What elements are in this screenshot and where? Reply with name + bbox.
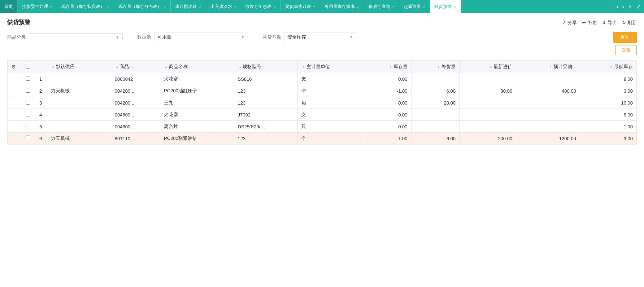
tab-close-all-button[interactable]: × — [627, 3, 634, 10]
main-content: 缺货预警 ↗ 分享 ☰ 补货 ⇓ 导出 ↻ 刷新 商品分类 — [0, 13, 644, 287]
row-no-cell: 3 — [34, 97, 47, 109]
tab-goods-order-stats[interactable]: 要货单统计表 × — [281, 0, 320, 13]
row-checkbox[interactable] — [26, 124, 30, 128]
tab-close-icon[interactable]: × — [357, 4, 359, 9]
tab-stock-distribution[interactable]: 现存量（库存分布表） × — [114, 0, 171, 13]
tab-available-ledger[interactable]: 可用量库存账本 × — [320, 0, 364, 13]
tab-receipt-summary[interactable]: 收发存汇总表 × — [241, 0, 280, 13]
row-checkbox[interactable] — [26, 112, 30, 116]
tab-overstock-warning[interactable]: 超储预警 × — [399, 0, 430, 13]
share-button[interactable]: ↗ 分享 — [562, 19, 577, 26]
row-spec-cell: 123 — [234, 85, 298, 97]
select-all-checkbox[interactable] — [26, 64, 30, 69]
row-checkbox[interactable] — [26, 88, 30, 93]
tab-close-icon[interactable]: × — [274, 4, 276, 9]
row-checkbox[interactable] — [26, 100, 30, 105]
row-spec-cell: DS250*23c... — [234, 121, 298, 133]
tab-close-icon[interactable]: × — [199, 4, 201, 9]
col-spec-header: ⇕ 规格型号 — [234, 61, 298, 73]
row-unit-cell: 支 — [298, 109, 363, 121]
tab-close-icon[interactable]: × — [454, 4, 456, 9]
settings-button[interactable]: 设置 — [615, 45, 637, 55]
row-stock-cell: 0.00 — [363, 73, 411, 85]
row-min-stock-cell: 8.00 — [580, 73, 636, 85]
row-no-cell: 2 — [34, 85, 47, 97]
row-latest-price-cell: 80.00 — [460, 85, 516, 97]
row-product-name-cell: 三九 — [160, 97, 234, 109]
row-latest-price-cell — [460, 73, 516, 85]
table-row: 6 力天机械 801110... PC200张紧油缸 123 个 -1.00 6… — [8, 133, 637, 145]
table-row: 3 004200... 三九 123 箱 0.00 20.00 10.00 — [8, 97, 637, 109]
col-settings: ⚙ — [8, 61, 22, 73]
tab-close-icon[interactable]: × — [234, 4, 236, 9]
supplement-base-select[interactable]: 安全库存 ▼ — [284, 32, 356, 42]
row-checkbox[interactable] — [26, 76, 30, 81]
row-supplement-cell: 6.00 — [411, 133, 459, 145]
category-select[interactable]: ▼ — [29, 33, 123, 41]
header-actions: ↗ 分享 ☰ 补货 ⇓ 导出 ↻ 刷新 — [562, 19, 637, 26]
tab-expiry-query[interactable]: 保质期查询 × — [364, 0, 399, 13]
export-button[interactable]: ⇓ 导出 — [602, 19, 617, 26]
row-stock-cell: 0.00 — [363, 109, 411, 121]
row-unit-cell: 只 — [298, 121, 363, 133]
datasource-select-value: 可用量 — [157, 34, 241, 40]
tab-close-icon[interactable]: × — [50, 4, 52, 9]
tab-shortage-warning[interactable]: 缺货预警 × — [430, 0, 461, 13]
row-checkbox[interactable] — [26, 136, 30, 140]
tab-fullscreen-button[interactable]: ⤢ — [634, 3, 643, 10]
refresh-button[interactable]: ↻ 刷新 — [622, 19, 637, 26]
row-supplement-cell — [411, 121, 459, 133]
row-estimated-purchase-cell — [516, 109, 580, 121]
col-unit-header: ⇕ 主计量单位 — [298, 61, 363, 73]
row-product-code-cell: 801110... — [111, 133, 160, 145]
row-product-code-cell: 004600... — [111, 109, 160, 121]
tab-inout-flow[interactable]: 出入库流水 × — [206, 0, 241, 13]
col-default-supplier-header: ⇕ 默认供应... — [47, 61, 111, 73]
tab-close-icon[interactable]: × — [107, 4, 109, 9]
category-chevron-icon: ▼ — [116, 35, 119, 39]
tab-home[interactable]: 首页 — [0, 0, 18, 13]
row-latest-price-cell — [460, 97, 516, 109]
row-supplement-cell — [411, 109, 459, 121]
datasource-select[interactable]: 可用量 ▼ — [154, 32, 248, 42]
datasource-filter-group: 数据源 可用量 ▼ — [137, 32, 248, 42]
supplement-base-filter-group: 补货基数 安全库存 ▼ — [262, 32, 356, 42]
tab-close-icon[interactable]: × — [313, 4, 316, 9]
tab-picking-exception[interactable]: 拣货异常处理 × — [18, 0, 57, 13]
tab-batch-account[interactable]: 库存批次账 × — [171, 0, 206, 13]
tab-nav-buttons: ‹ › × ⤢ — [614, 3, 644, 10]
row-checkbox-cell[interactable] — [22, 133, 34, 145]
row-checkbox-cell[interactable] — [22, 109, 34, 121]
row-supplement-cell: 6.00 — [411, 85, 459, 97]
tab-close-icon[interactable]: × — [392, 4, 395, 9]
table-row: 1 0000042 火花塞 SS816 支 0.00 8.00 — [8, 73, 637, 85]
query-button[interactable]: 查询 — [613, 32, 637, 43]
row-checkbox-cell[interactable] — [22, 121, 34, 133]
row-checkbox-cell[interactable] — [22, 85, 34, 97]
tab-close-icon[interactable]: × — [423, 4, 425, 9]
row-spec-cell: 123 — [234, 133, 298, 145]
row-estimated-purchase-cell — [516, 121, 580, 133]
tab-close-icon[interactable]: × — [164, 4, 166, 9]
supplement-button[interactable]: ☰ 补货 — [582, 19, 597, 26]
tab-next-button[interactable]: › — [621, 3, 627, 10]
tab-prev-button[interactable]: ‹ — [614, 3, 621, 10]
row-latest-price-cell: 200.00 — [460, 133, 516, 145]
table-gear-icon[interactable]: ⚙ — [11, 64, 16, 70]
row-spec-cell: 123 — [234, 97, 298, 109]
sort-icon: ⇕ — [549, 65, 552, 69]
supplement-base-chevron-icon: ▼ — [349, 35, 353, 39]
row-supplement-cell: 20.00 — [411, 97, 459, 109]
row-min-stock-cell: 10.00 — [580, 97, 636, 109]
col-no-header — [34, 61, 47, 73]
row-no-cell: 5 — [34, 121, 47, 133]
row-estimated-purchase-cell: 480.00 — [516, 85, 580, 97]
row-product-code-cell: 0000042 — [111, 73, 160, 85]
row-latest-price-cell — [460, 109, 516, 121]
export-icon: ⇓ — [602, 20, 606, 25]
row-checkbox-cell[interactable] — [22, 97, 34, 109]
col-supplement-header: ⇕ 补货量 — [411, 61, 459, 73]
col-product-name-header: ⇕ 商品名称 — [160, 61, 234, 73]
tab-stock-status[interactable]: 现存量（库存状况表） × — [57, 0, 114, 13]
row-checkbox-cell[interactable] — [22, 73, 34, 85]
